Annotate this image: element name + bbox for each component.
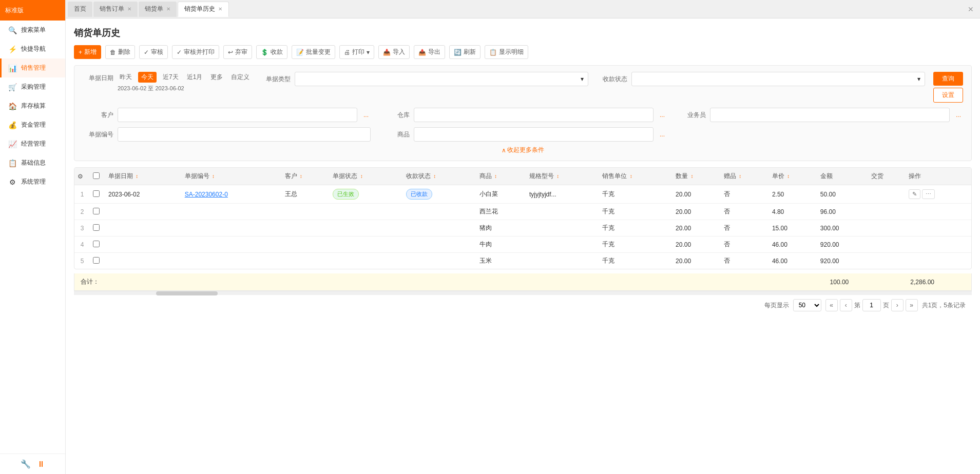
sidebar-item-base-info[interactable]: 📋 基础信息 — [0, 153, 65, 172]
salesman-input[interactable] — [710, 108, 950, 122]
page-input[interactable] — [862, 299, 881, 311]
tab-sales-shipment-close[interactable]: ✕ — [166, 6, 170, 12]
import-button[interactable]: 📥 导入 — [378, 45, 410, 59]
table-row: 1 2023-06-02 SA-20230602-0 王总 已生效 已收款 小白… — [74, 185, 971, 204]
scrollbar-thumb[interactable] — [156, 291, 218, 295]
more-btn[interactable]: ⋯ — [922, 189, 935, 199]
refresh-button[interactable]: 🔄 刷新 — [449, 45, 481, 59]
query-button[interactable]: 查询 — [933, 72, 963, 86]
row-doc-status — [330, 253, 403, 269]
prev-page-btn[interactable]: ‹ — [840, 299, 852, 311]
row-customer — [282, 204, 330, 220]
salesman-ellipsis[interactable]: ... — [954, 110, 963, 120]
col-gift[interactable]: 赠品 ↕ — [721, 168, 769, 185]
sidebar-item-ops[interactable]: 📈 经营管理 — [0, 134, 65, 153]
tab-sales-shipment[interactable]: 销货单 ✕ — [139, 2, 177, 17]
goods-input[interactable] — [414, 127, 654, 142]
last-page-btn[interactable]: » — [906, 299, 918, 311]
tab-close-all-btn[interactable]: ✕ — [964, 5, 978, 13]
delete-button[interactable]: 🗑 删除 — [105, 45, 135, 59]
sidebar-item-search-menu[interactable]: 🔍 搜索菜单 — [0, 21, 65, 40]
collect-status-select[interactable]: ▾ — [631, 72, 925, 86]
col-price[interactable]: 单价 ↕ — [769, 168, 817, 185]
sidebar-item-label: 库存核算 — [21, 102, 46, 110]
date-options: 昨天 今天 近7天 近1月 更多 自定义 — [118, 72, 252, 83]
add-button[interactable]: + 新增 — [74, 45, 101, 59]
row-checkbox[interactable] — [90, 236, 105, 253]
date-opt-more[interactable]: 更多 — [208, 72, 225, 83]
goods-ellipsis[interactable]: ... — [658, 130, 667, 139]
sidebar-item-purchase-mgmt[interactable]: 🛒 采购管理 — [0, 77, 65, 96]
date-opt-today[interactable]: 今天 — [138, 72, 157, 83]
sidebar-item-sales-mgmt[interactable]: 📊 销售管理 — [0, 58, 65, 77]
collect-button[interactable]: 💲 收款 — [256, 45, 287, 59]
sort-docno-icon: ↕ — [212, 173, 215, 179]
row-checkbox[interactable] — [90, 253, 105, 269]
pagination: 每页显示 20 50 100 « ‹ 第 页 › » 共1页，5条记录 — [74, 295, 972, 315]
col-spec[interactable]: 规格型号 ↕ — [526, 168, 600, 185]
row-num: 2 — [74, 204, 90, 220]
doc-type-select[interactable]: ▾ — [295, 72, 588, 86]
col-goods[interactable]: 商品 ↕ — [476, 168, 526, 185]
next-page-btn[interactable]: › — [891, 299, 904, 311]
col-settings[interactable]: ⚙ — [74, 168, 90, 185]
show-detail-button[interactable]: 📋 显示明细 — [485, 45, 528, 59]
sidebar-pause-btn[interactable]: ⏸ — [37, 460, 45, 469]
review-button[interactable]: ✓ 审核 — [139, 45, 168, 59]
row-checkbox[interactable] — [90, 220, 105, 236]
col-date[interactable]: 单据日期 ↕ — [105, 168, 182, 185]
sort-unit-icon: ↕ — [630, 173, 632, 179]
col-customer[interactable]: 客户 ↕ — [282, 168, 330, 185]
row-checkbox[interactable] — [90, 204, 105, 220]
collect-icon: 💲 — [261, 49, 268, 56]
abandon-icon: ↩ — [228, 49, 233, 56]
row-goods: 牛肉 — [476, 236, 526, 253]
print-button[interactable]: 🖨 打印 ▾ — [339, 45, 374, 59]
row-collect-status — [403, 236, 476, 253]
date-opt-1month[interactable]: 近1月 — [185, 72, 205, 83]
customer-input[interactable] — [118, 108, 357, 122]
tab-history[interactable]: 销货单历史 ✕ — [178, 2, 229, 17]
tab-home[interactable]: 首页 — [68, 2, 92, 17]
docno-input[interactable] — [118, 127, 371, 142]
row-gift: 否 — [721, 253, 769, 269]
edit-btn[interactable]: ✎ — [909, 189, 920, 199]
row-unit: 千克 — [599, 253, 672, 269]
tab-sales-order-close[interactable]: ✕ — [127, 6, 131, 12]
col-unit[interactable]: 销售单位 ↕ — [599, 168, 672, 185]
warehouse-input[interactable] — [414, 108, 654, 122]
review-print-button[interactable]: ✓ 审核并打印 — [172, 45, 219, 59]
col-doc-status[interactable]: 单据状态 ↕ — [330, 168, 403, 185]
customer-ellipsis[interactable]: ... — [361, 110, 371, 120]
row-num: 4 — [74, 236, 90, 253]
warehouse-ellipsis[interactable]: ... — [658, 110, 667, 120]
sidebar-item-inventory[interactable]: 🏠 库存核算 — [0, 96, 65, 115]
date-opt-custom[interactable]: 自定义 — [229, 72, 252, 83]
tab-history-close[interactable]: ✕ — [218, 6, 222, 12]
sidebar-item-finance[interactable]: 💰 资金管理 — [0, 115, 65, 134]
select-all-checkbox[interactable] — [93, 172, 100, 179]
row-docno — [182, 204, 282, 220]
date-opt-yesterday[interactable]: 昨天 — [118, 72, 134, 83]
first-page-btn[interactable]: « — [825, 299, 838, 311]
set-button[interactable]: 设置 — [933, 88, 963, 103]
sidebar-item-quick-nav[interactable]: ⚡ 快捷导航 — [0, 40, 65, 58]
sidebar-settings-btn[interactable]: 🔧 — [21, 459, 31, 469]
date-opt-7days[interactable]: 近7天 — [161, 72, 181, 83]
row-checkbox[interactable] — [90, 185, 105, 204]
col-docno[interactable]: 单据编号 ↕ — [182, 168, 282, 185]
horizontal-scrollbar[interactable] — [74, 291, 972, 295]
docno-link[interactable]: SA-20230602-0 — [185, 191, 228, 198]
col-qty[interactable]: 数量 ↕ — [672, 168, 721, 185]
sidebar-item-label: 销售管理 — [21, 64, 46, 72]
tab-sales-order[interactable]: 销售订单 ✕ — [93, 2, 138, 17]
page-size-select[interactable]: 20 50 100 — [793, 299, 821, 311]
abandon-button[interactable]: ↩ 弃审 — [223, 45, 252, 59]
sidebar-item-sys-mgmt[interactable]: ⚙ 系统管理 — [0, 172, 65, 191]
collapse-link[interactable]: ∧ 收起更多条件 — [83, 146, 963, 154]
col-checkbox-header[interactable] — [90, 168, 105, 185]
export-button[interactable]: 📤 导出 — [414, 45, 445, 59]
row-spec — [526, 236, 600, 253]
batch-change-button[interactable]: 📝 批量变更 — [292, 45, 335, 59]
col-collect-status[interactable]: 收款状态 ↕ — [403, 168, 476, 185]
